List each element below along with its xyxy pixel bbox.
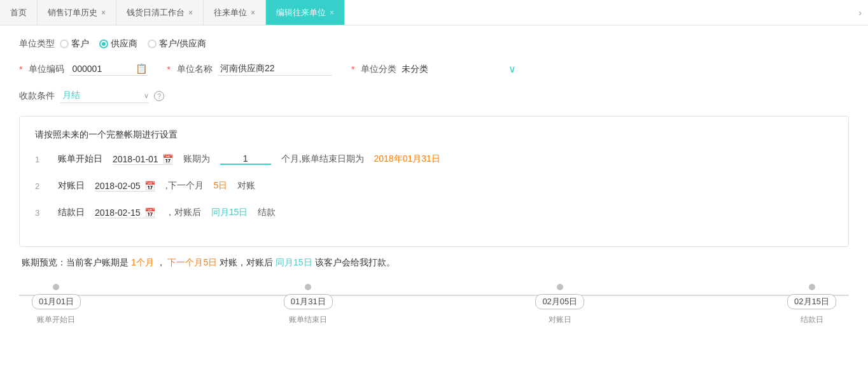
unit-code-field: * 单位编码 📋	[19, 62, 148, 76]
timeline-badge-0: 01月01日	[32, 294, 81, 309]
close-cash-work-icon[interactable]: ×	[188, 8, 193, 17]
timeline-node-3: 02月15日 结款日	[787, 284, 836, 325]
unit-category-select[interactable]: 未分类 ∨	[402, 63, 516, 75]
unit-code-required: *	[19, 64, 22, 74]
timeline-sublabel-0: 账单开始日	[37, 314, 75, 325]
timeline-items-row: 01月01日 账单开始日 01月31日 账单结束日 02月05日 对账日 02月…	[25, 284, 843, 325]
tab-more-button[interactable]: ›	[852, 0, 868, 25]
unit-code-input-wrapper: 📋	[69, 62, 148, 76]
unit-name-label: 单位名称	[177, 64, 213, 75]
unit-name-required: *	[167, 64, 170, 74]
calendar-icon-1[interactable]: 📅	[162, 154, 173, 164]
timeline-badge-3: 02月15日	[787, 294, 836, 309]
timeline: 01月01日 账单开始日 01月31日 账单结束日 02月05日 对账日 02月…	[19, 284, 849, 325]
preview-part3: 同月15日	[276, 257, 312, 267]
timeline-node-2: 02月05日 对账日	[535, 284, 584, 325]
radio-supplier-label: 供应商	[111, 38, 137, 50]
payment-terms-field: 收款条件 月结 ∨ ?	[19, 88, 164, 103]
period-num-3: 3	[35, 208, 48, 218]
tab-counterparty[interactable]: 往来单位 ×	[204, 0, 266, 25]
unit-category-value: 未分类	[402, 64, 506, 75]
payment-terms-select[interactable]: 月结 ∨	[60, 88, 149, 103]
close-sales-history-icon[interactable]: ×	[101, 8, 106, 17]
calendar-icon-3[interactable]: 📅	[144, 208, 155, 218]
period-suffix-3: ，对账后	[165, 207, 201, 218]
date-field-3: 2018-02-15 📅	[95, 208, 155, 218]
date-value-3: 2018-02-15	[95, 208, 141, 218]
timeline-sublabel-2: 对账日	[549, 314, 571, 325]
period-suffix-1: 账期为	[183, 153, 210, 165]
unit-code-label: 单位编码	[29, 64, 64, 75]
unit-code-copy-icon[interactable]: 📋	[136, 63, 148, 74]
tab-edit-counterparty[interactable]: 编辑往来单位 ×	[266, 0, 345, 25]
period-highlight-2: 5日	[214, 180, 228, 192]
timeline-badge-2: 02月05日	[535, 294, 584, 309]
period-label-3: 结款日	[58, 207, 85, 218]
category-dropdown-icon[interactable]: ∨	[508, 63, 516, 75]
timeline-dot-1	[305, 284, 311, 290]
unit-type-label: 单位类型	[19, 38, 55, 50]
period-row-2: 2 对账日 2018-02-05 📅 ,下一个月 5日 对账	[35, 180, 833, 192]
unit-info-row: * 单位编码 📋 * 单位名称 * 单位分类 未分类 ∨	[19, 62, 849, 76]
timeline-dot-0	[53, 284, 59, 290]
timeline-node-1: 01月31日 账单结束日	[284, 284, 333, 325]
date-value-2: 2018-02-05	[95, 181, 141, 191]
timeline-dot-3	[809, 284, 815, 290]
unit-type-radio-group: 客户 供应商 客户/供应商	[60, 38, 206, 50]
preview-part2: 下一个月5日	[167, 257, 217, 267]
radio-both-circle	[148, 39, 157, 48]
unit-category-label: 单位分类	[361, 64, 396, 75]
period-highlight-3: 同月15日	[211, 207, 248, 218]
period-row-3: 3 结款日 2018-02-15 📅 ，对账后 同月15日 结款	[35, 207, 833, 218]
period-row-1: 1 账单开始日 2018-01-01 📅 账期为 个月,账单结束日期为 2018…	[35, 153, 833, 165]
close-counterparty-icon[interactable]: ×	[251, 8, 255, 17]
unit-type-row: 单位类型 客户 供应商 客户/供应商	[19, 38, 849, 50]
radio-customer[interactable]: 客户	[60, 38, 89, 50]
radio-both-label: 客户/供应商	[159, 38, 206, 50]
period-suffix-2: ,下一个月	[165, 180, 204, 192]
period-suffix2-2: 对账	[237, 180, 255, 192]
main-content: 单位类型 客户 供应商 客户/供应商 * 单位编码	[0, 25, 868, 387]
preview-text: 账期预览：当前客户账期是 1个月 ， 下一个月5日 对账，对账后 同月15日 该…	[19, 257, 849, 269]
unit-code-input[interactable]	[69, 62, 133, 75]
radio-customer-circle	[60, 39, 69, 48]
help-icon[interactable]: ?	[154, 91, 164, 101]
preview-mid1: ，	[157, 257, 165, 267]
payment-terms-label: 收款条件	[19, 90, 55, 102]
close-edit-counterparty-icon[interactable]: ×	[330, 8, 334, 17]
radio-supplier[interactable]: 供应商	[99, 38, 137, 50]
period-settings-box: 请按照未来的一个完整帐期进行设置 1 账单开始日 2018-01-01 📅 账期…	[19, 116, 849, 247]
period-suffix2-3: 结款	[258, 207, 276, 218]
timeline-dot-2	[557, 284, 563, 290]
preview-mid2: 对账，对账后	[220, 257, 273, 267]
calendar-icon-2[interactable]: 📅	[144, 181, 155, 191]
date-field-1: 2018-01-01 📅	[113, 154, 173, 165]
date-field-2: 2018-02-05 📅	[95, 181, 155, 192]
unit-category-field: * 单位分类 未分类 ∨	[351, 63, 516, 75]
unit-category-required: *	[351, 64, 354, 74]
tab-cash-work[interactable]: 钱货日清工作台 ×	[116, 0, 204, 25]
period-num-2: 2	[35, 181, 48, 191]
period-label-1: 账单开始日	[58, 153, 102, 165]
timeline-node-0: 01月01日 账单开始日	[32, 284, 81, 325]
payment-terms-value: 月结	[60, 88, 141, 102]
period-month-input[interactable]	[220, 153, 271, 165]
preview-suffix: 该客户会给我打款。	[315, 257, 395, 267]
tab-home[interactable]: 首页	[0, 0, 38, 25]
timeline-sublabel-3: 结款日	[801, 314, 823, 325]
radio-both[interactable]: 客户/供应商	[148, 38, 206, 50]
unit-name-input[interactable]	[218, 62, 332, 76]
period-month-unit-1: 个月,账单结束日期为	[281, 153, 364, 165]
unit-type-field: 单位类型 客户 供应商 客户/供应商	[19, 38, 206, 50]
radio-supplier-circle	[99, 39, 108, 48]
unit-name-field: * 单位名称	[167, 62, 332, 76]
period-num-1: 1	[35, 155, 48, 164]
payment-terms-dropdown-icon[interactable]: ∨	[144, 92, 149, 100]
radio-customer-label: 客户	[71, 38, 89, 50]
period-label-2: 对账日	[58, 180, 85, 192]
preview-prefix: 账期预览：当前客户账期是	[22, 257, 129, 267]
timeline-badge-1: 01月31日	[284, 294, 333, 309]
timeline-sublabel-1: 账单结束日	[289, 314, 327, 325]
tab-sales-history[interactable]: 销售订单历史 ×	[38, 0, 116, 25]
period-settings-title: 请按照未来的一个完整帐期进行设置	[35, 129, 833, 141]
